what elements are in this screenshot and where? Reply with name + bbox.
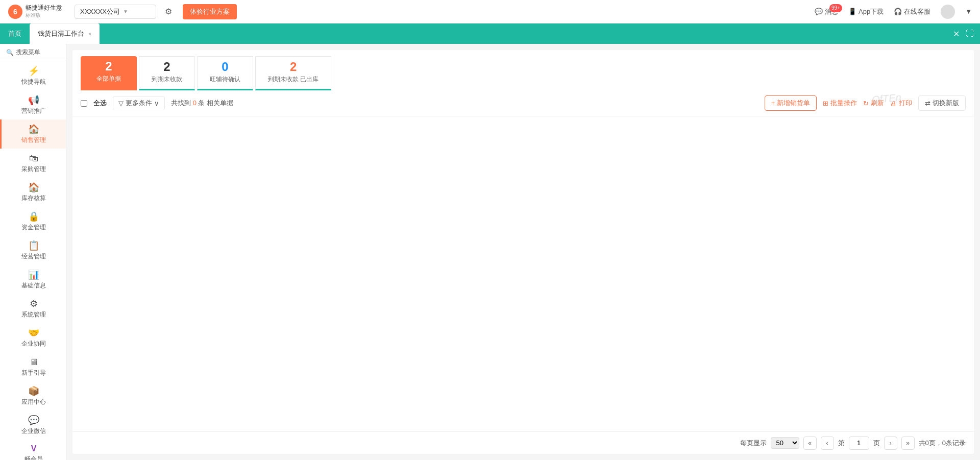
print-label: 打印 [899, 99, 912, 108]
sidebar-item-wechat[interactable]: 💬 企业微信 [0, 410, 66, 440]
table-area [72, 116, 974, 431]
search-menu-button[interactable]: 🔍 搜索菜单 [0, 44, 66, 61]
company-name: XXXXXX公司 [80, 7, 120, 16]
batch-operation-button[interactable]: ⊞ 批量操作 [823, 96, 857, 110]
minimize-icon[interactable]: ✕ [953, 29, 960, 39]
online-service-label: 在线客服 [904, 7, 930, 16]
guide-icon: 🖥 [29, 357, 38, 367]
toolbar: 全选 ▽ 更多条件 ∨ 共找到 0 条 相关单据 + 新增销货单 [72, 90, 974, 116]
settings-icon[interactable]: ⚙ [160, 4, 177, 20]
sidebar-item-sales[interactable]: 🏠 销售管理 [0, 119, 66, 149]
stat-count-overdue-out: 2 [290, 61, 297, 73]
finance-icon: 🔒 [28, 212, 39, 221]
stat-tab-all[interactable]: 2 全部单据 [81, 56, 137, 90]
main-layout: 🔍 搜索菜单 ⚡ 快捷导航 📢 营销推广 🏠 销售管理 🛍 采购管理 🏠 库存核… [0, 44, 980, 460]
app-download-button[interactable]: 📱 App下载 [848, 7, 884, 16]
sidebar-item-label: 企业协同 [21, 340, 46, 348]
expand-icon[interactable]: ⛶ [966, 29, 974, 38]
print-button[interactable]: 🖨 打印 [890, 96, 912, 110]
app-center-icon: 📦 [28, 386, 39, 396]
sidebar-item-basic[interactable]: 📊 基础信息 [0, 265, 66, 294]
sidebar-item-label: 资金管理 [21, 223, 46, 232]
filter-button[interactable]: ▽ 更多条件 ∨ [113, 96, 165, 110]
switch-label: 切换新版 [933, 99, 959, 108]
page-label-end: 页 [873, 439, 880, 448]
nav-tabs-right: ✕ ⛶ [953, 29, 980, 39]
stat-tab-wangwang[interactable]: 0 旺辅待确认 [197, 56, 253, 90]
messages-button[interactable]: 💬 消息 99+ [815, 7, 838, 16]
sidebar-item-quick-nav[interactable]: ⚡ 快捷导航 [0, 61, 66, 90]
sidebar: 🔍 搜索菜单 ⚡ 快捷导航 📢 营销推广 🏠 销售管理 🛍 采购管理 🏠 库存核… [0, 44, 66, 460]
sidebar-item-app-center[interactable]: 📦 应用中心 [0, 381, 66, 410]
try-industry-button[interactable]: 体验行业方案 [183, 4, 237, 19]
app-edition: 标准版 [26, 12, 62, 19]
chevron-down-small-icon: ▼ [965, 8, 972, 15]
sidebar-item-guide[interactable]: 🖥 新手引导 [0, 352, 66, 381]
company-selector[interactable]: XXXXXX公司 ▼ [75, 5, 156, 19]
refresh-label: 刷新 [871, 99, 884, 108]
next-page-button[interactable]: › [884, 437, 897, 450]
stats-tabs: 2 全部单据 2 到期未收款 0 旺辅待确认 2 到期未收款 已出库 [72, 50, 974, 90]
sidebar-item-operation[interactable]: 📋 经营管理 [0, 236, 66, 265]
sidebar-item-marketing[interactable]: 📢 营销推广 [0, 90, 66, 119]
first-page-button[interactable]: « [803, 437, 817, 450]
sidebar-item-purchase[interactable]: 🛍 采购管理 [0, 149, 66, 178]
prev-page-button[interactable]: ‹ [821, 437, 834, 450]
found-prefix: 共找到 [171, 99, 191, 107]
stat-label-overdue: 到期未收款 [152, 75, 182, 84]
sidebar-item-corp[interactable]: 🤝 企业协同 [0, 323, 66, 352]
sidebar-item-label: 营销推广 [21, 107, 46, 115]
page-size-label: 每页显示 [740, 439, 767, 448]
chevron-down-icon: ▼ [123, 9, 128, 14]
batch-icon: ⊞ [823, 100, 828, 107]
sidebar-item-label: 企业微信 [21, 427, 46, 435]
quick-nav-icon: ⚡ [28, 66, 39, 76]
sidebar-item-inventory[interactable]: 🏠 库存核算 [0, 178, 66, 207]
sidebar-item-label: 基础信息 [21, 281, 46, 290]
system-icon: ⚙ [30, 299, 38, 308]
stat-tab-overdue[interactable]: 2 到期未收款 [139, 56, 195, 90]
sidebar-item-member[interactable]: V 畅会员 [0, 440, 66, 460]
messages-badge: 99+ [829, 4, 842, 12]
inventory-icon: 🏠 [28, 183, 39, 192]
batch-label: 批量操作 [830, 99, 857, 108]
search-icon: 🔍 [6, 49, 14, 56]
current-page-input[interactable] [849, 437, 869, 450]
top-header: 6 畅捷通好生意 标准版 XXXXXX公司 ▼ ⚙ 体验行业方案 💬 消息 99… [0, 0, 980, 23]
print-icon: 🖨 [890, 100, 897, 107]
stat-label-all: 全部单据 [96, 75, 121, 83]
header-right: 💬 消息 99+ 📱 App下载 🎧 在线客服 ▼ [815, 5, 972, 19]
tab-home[interactable]: 首页 [0, 23, 30, 44]
footer-pagination: 每页显示 50 100 200 « ‹ 第 页 › » 共0页，0条记录 [72, 431, 974, 454]
switch-version-button[interactable]: ⇄ 切换新版 [918, 95, 966, 111]
sidebar-item-finance[interactable]: 🔒 资金管理 [0, 207, 66, 236]
close-tab-icon[interactable]: × [88, 31, 91, 37]
refresh-button[interactable]: ↻ 刷新 [863, 96, 884, 110]
sidebar-item-label: 快捷导航 [21, 78, 46, 86]
stat-count-all: 2 [105, 60, 112, 72]
content-inner: 2 全部单据 2 到期未收款 0 旺辅待确认 2 到期未收款 已出库 [72, 50, 974, 454]
select-all-checkbox[interactable] [81, 100, 87, 107]
add-sale-button[interactable]: + 新增销货单 [765, 95, 817, 111]
stat-tab-overdue-out[interactable]: 2 到期未收款 已出库 [255, 56, 331, 90]
user-name-label[interactable]: ▼ [965, 8, 972, 15]
stat-count-wangwang: 0 [222, 61, 228, 73]
tab-qianhuoriqing[interactable]: 钱货日清工作台 × [30, 23, 100, 44]
page-label: 第 [838, 439, 845, 448]
sidebar-item-label: 库存核算 [21, 194, 46, 203]
purchase-icon: 🛍 [29, 154, 38, 163]
sidebar-item-system[interactable]: ⚙ 系统管理 [0, 294, 66, 323]
toolbar-left: 全选 ▽ 更多条件 ∨ 共找到 0 条 相关单据 [81, 96, 758, 110]
online-service-button[interactable]: 🎧 在线客服 [894, 7, 930, 16]
last-page-button[interactable]: » [901, 437, 915, 450]
app-download-label: App下载 [859, 7, 884, 16]
basic-icon: 📊 [28, 270, 39, 279]
service-icon: 🎧 [894, 8, 902, 15]
page-size-select[interactable]: 50 100 200 [771, 437, 799, 449]
stat-label-overdue-out: 到期未收款 已出库 [268, 75, 318, 84]
filter-label: 更多条件 [126, 99, 152, 108]
download-icon: 📱 [848, 8, 856, 15]
sales-icon: 🏠 [28, 125, 39, 134]
corp-icon: 🤝 [28, 328, 39, 337]
avatar[interactable] [941, 5, 955, 19]
